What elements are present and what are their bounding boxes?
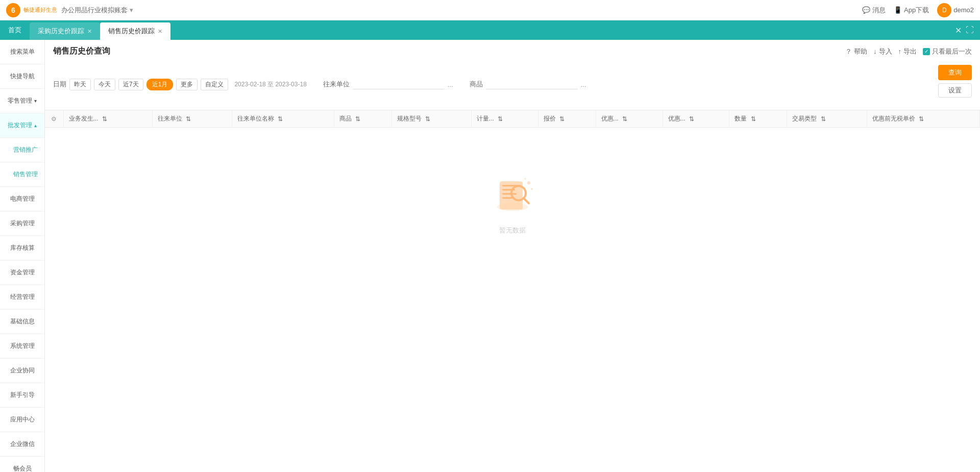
action-buttons: 查询 设置 [938,65,972,104]
query-btn[interactable]: 查询 [938,65,972,80]
sort-icon: ⇅ [622,115,627,123]
col-pre-tax-price[interactable]: 优惠前无税单价 ⇅ [867,110,979,128]
col-unit[interactable]: 计量... ⇅ [471,110,538,128]
dropdown-icon[interactable]: ▾ [130,6,133,14]
goods-dots[interactable]: ... [581,81,586,88]
table-container: ⚙ 业务发生... ⇅ 往来单位 ⇅ 往来单位名称 ⇅ [45,110,980,472]
col-trade-type[interactable]: 交易类型 ⇅ [787,110,867,128]
sidebar-item-app-center[interactable]: 应用中心 [0,408,44,432]
date-btn-custom[interactable]: 自定义 [201,79,228,90]
col-discount1[interactable]: 优惠... ⇅ [596,110,663,128]
sidebar-item-inventory[interactable]: 库存核算 [0,236,44,261]
filter-area: 日期 昨天 今天 近7天 近1月 更多 自定义 2023-02-18 至 202… [53,61,972,110]
sort-icon: ⇅ [751,115,756,123]
arrow-icon: ▴ [34,123,37,128]
partner-input[interactable] [353,79,445,89]
sort-icon: ⇅ [186,115,191,123]
col-partner-name[interactable]: 往来单位名称 ⇅ [232,110,334,128]
sort-icon: ⇅ [102,115,107,123]
import-btn[interactable]: ↓ 导入 [873,47,892,56]
col-quote[interactable]: 报价 ⇅ [538,110,596,128]
tab-bar-actions: ✕ ⛶ [955,26,980,35]
sidebar-item-ops-mgmt[interactable]: 经营管理 [0,285,44,310]
table-body: 暂无数据 [45,128,980,276]
import-icon: ↓ [873,48,877,55]
partner-dots[interactable]: ... [448,81,453,88]
svg-point-8 [527,181,530,184]
svg-line-7 [524,198,529,203]
svg-rect-4 [502,193,517,195]
col-goods[interactable]: 商品 ⇅ [334,110,391,128]
sidebar-item-sales-mgmt[interactable]: 销售管理 [0,162,44,187]
top-bar-left: 6 畅捷通好生意 办公用品行业模拟账套 ▾ [6,3,133,17]
arrow-icon: ▾ [34,98,37,104]
app-download-btn[interactable]: 📱 App下载 [894,6,929,15]
date-btn-1month[interactable]: 近1月 [146,79,174,90]
col-quantity[interactable]: 数量 ⇅ [729,110,787,128]
logo-area: 6 畅捷通好生意 [6,3,57,17]
only-last-checkbox-label[interactable]: ✓ 只看最后一次 [923,47,972,56]
empty-text: 暂无数据 [499,226,526,235]
tab-home[interactable]: 首页 [0,20,30,40]
export-btn[interactable]: ↑ 导出 [898,47,917,56]
top-bar-right: 💬 消息 📱 App下载 D demo2 [862,3,974,17]
tab-close-purchase[interactable]: ✕ [87,28,92,35]
sidebar-item-quick-nav[interactable]: 快捷导航 [0,64,44,89]
date-btn-yesterday[interactable]: 昨天 [69,79,91,90]
sidebar-item-marketing[interactable]: 营销推广 [0,138,44,162]
date-label: 日期 [53,80,66,89]
svg-point-10 [524,178,526,180]
avatar: D [937,3,951,17]
tab-sales-history[interactable]: 销售历史价跟踪 ✕ [100,22,170,40]
sort-icon: ⇅ [821,115,826,123]
logo-text: 畅捷通好生意 [23,6,57,13]
user-menu[interactable]: D demo2 [937,3,974,17]
col-partner-code[interactable]: 往来单位 ⇅ [152,110,232,128]
empty-illustration [487,169,538,220]
gear-icon: ⚙ [51,115,57,123]
page-title: 销售历史价查询 [53,46,110,57]
settings-btn[interactable]: 设置 [938,83,972,98]
sidebar-item-sys-mgmt[interactable]: 系统管理 [0,334,44,359]
tab-bar: 首页 采购历史价跟踪 ✕ 销售历史价跟踪 ✕ ✕ ⛶ [0,20,980,40]
col-discount2[interactable]: 优惠... ⇅ [663,110,729,128]
col-biz-date[interactable]: 业务发生... ⇅ [63,110,152,128]
sidebar-item-wholesale-mgmt[interactable]: 批发管理 ▴ [0,113,44,138]
sidebar-item-enterprise-wechat[interactable]: 企业微信 [0,432,44,457]
date-btn-7days[interactable]: 近7天 [118,79,143,90]
col-settings[interactable]: ⚙ [45,110,63,128]
sidebar-item-ecom-mgmt[interactable]: 电商管理 [0,187,44,211]
message-icon: 💬 [862,6,870,14]
goods-label: 商品 [470,80,483,89]
empty-state: 暂无数据 [45,128,980,276]
help-btn[interactable]: ？ 帮助 [845,47,867,56]
message-btn[interactable]: 💬 消息 [862,6,886,15]
data-table: ⚙ 业务发生... ⇅ 往来单位 ⇅ 往来单位名称 ⇅ [45,110,980,276]
only-last-checkbox[interactable]: ✓ [923,48,930,55]
maximize-btn[interactable]: ⛶ [966,26,974,35]
date-btn-today[interactable]: 今天 [94,79,115,90]
col-spec[interactable]: 规格型号 ⇅ [391,110,471,128]
tab-purchase-history[interactable]: 采购历史价跟踪 ✕ [30,22,100,40]
help-icon: ？ [845,47,852,56]
table-header-row: ⚙ 业务发生... ⇅ 往来单位 ⇅ 往来单位名称 ⇅ [45,110,980,128]
sidebar-item-basic-info[interactable]: 基础信息 [0,310,44,334]
sidebar: 搜索菜单 快捷导航 零售管理 ▾ 批发管理 ▴ 营销推广 销售管理 电商管理 采… [0,40,45,472]
sort-icon: ⇅ [278,115,283,123]
date-btn-more[interactable]: 更多 [176,79,198,90]
main-layout: 搜索菜单 快捷导航 零售管理 ▾ 批发管理 ▴ 营销推广 销售管理 电商管理 采… [0,40,980,472]
goods-input[interactable] [486,79,578,89]
sidebar-item-beginner-guide[interactable]: 新手引导 [0,383,44,408]
partner-label: 往来单位 [323,80,350,89]
sort-icon: ⇅ [689,115,694,123]
page-actions: ？ 帮助 ↓ 导入 ↑ 导出 ✓ 只看最后一次 [845,47,972,56]
sidebar-item-retail-mgmt[interactable]: 零售管理 ▾ [0,89,44,113]
sidebar-item-member-club[interactable]: 畅会员 [0,457,44,472]
sidebar-item-purchase-mgmt[interactable]: 采购管理 [0,211,44,236]
sidebar-item-search-menu[interactable]: 搜索菜单 [0,40,44,64]
sidebar-item-finance-mgmt[interactable]: 资金管理 [0,261,44,285]
sidebar-item-enterprise-coop[interactable]: 企业协同 [0,359,44,383]
svg-rect-5 [502,197,512,199]
close-window-btn[interactable]: ✕ [955,26,962,35]
tab-close-sales[interactable]: ✕ [158,28,162,35]
